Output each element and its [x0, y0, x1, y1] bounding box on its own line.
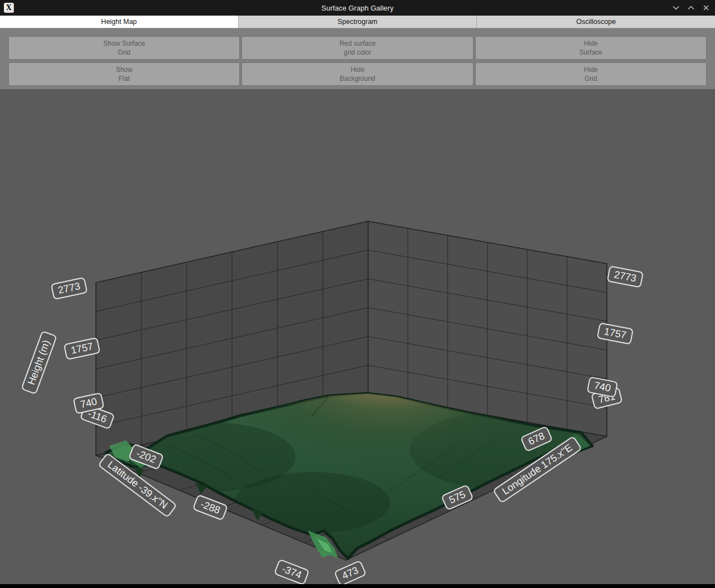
- button-label: Red surface: [340, 39, 376, 48]
- hide-background-button[interactable]: Hide Background: [241, 62, 473, 86]
- controls-panel: Show Surface Grid Red surface grid color…: [0, 28, 715, 89]
- button-label: Background: [340, 74, 375, 84]
- button-label: Surface: [579, 48, 602, 57]
- chevron-up-icon: [688, 6, 694, 10]
- tab-spectrogram[interactable]: Spectrogram: [239, 16, 477, 28]
- tab-oscilloscope[interactable]: Oscilloscope: [477, 16, 715, 28]
- button-label: Hide: [351, 65, 365, 75]
- button-label: Grid: [118, 48, 131, 57]
- button-label: Show: [116, 65, 133, 75]
- button-label: Flat: [119, 74, 130, 84]
- hide-surface-button[interactable]: Hide Surface: [475, 36, 707, 60]
- shade-button[interactable]: [670, 2, 682, 13]
- hide-grid-button[interactable]: Hide Grid: [475, 62, 707, 86]
- button-label: grid color: [344, 48, 371, 57]
- maximize-button[interactable]: [685, 2, 697, 13]
- window-title: Surface Graph Gallery: [0, 4, 715, 12]
- button-label: Show Surface: [103, 39, 145, 48]
- surface-grid-color-button[interactable]: Red surface grid color: [241, 36, 473, 60]
- chevron-down-icon: [673, 6, 679, 10]
- plot-area: Height (m) 2773 1757 -116 740 -202 -288 …: [0, 89, 715, 588]
- tab-bar: Height Map Spectrogram Oscilloscope: [0, 16, 715, 28]
- show-flat-button[interactable]: Show Flat: [8, 62, 240, 86]
- button-label: Hide: [584, 39, 598, 48]
- toggle-surface-grid-button[interactable]: Show Surface Grid: [8, 36, 240, 60]
- close-icon: [703, 5, 709, 11]
- button-label: Hide: [584, 65, 598, 75]
- tab-height-map[interactable]: Height Map: [0, 16, 239, 28]
- app-icon: X: [4, 3, 14, 13]
- window-controls: [670, 0, 712, 16]
- close-button[interactable]: [700, 2, 712, 13]
- window-bottom-edge: [0, 584, 715, 588]
- button-label: Grid: [584, 74, 597, 84]
- titlebar: X Surface Graph Gallery: [0, 0, 715, 16]
